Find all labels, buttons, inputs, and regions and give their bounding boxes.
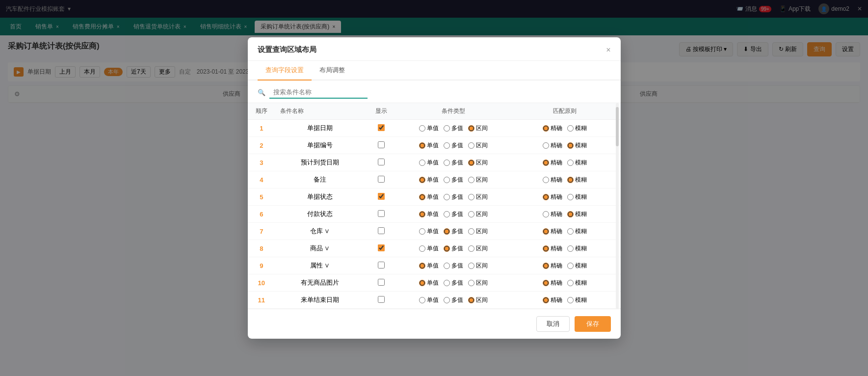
type-option-单值[interactable]: 单值: [419, 296, 439, 304]
type-option-区间[interactable]: 区间: [468, 262, 488, 270]
row-type[interactable]: 单值多值区间: [398, 223, 509, 240]
type-option-单值[interactable]: 单值: [419, 262, 439, 270]
row-type[interactable]: 单值多值区间: [398, 120, 509, 137]
match-option-模糊[interactable]: 模糊: [567, 227, 587, 236]
match-option-精确[interactable]: 精确: [543, 141, 562, 150]
show-checkbox[interactable]: [378, 141, 385, 148]
row-show[interactable]: [365, 274, 398, 292]
row-match[interactable]: 精确模糊: [509, 154, 621, 171]
match-option-模糊[interactable]: 模糊: [567, 244, 587, 253]
type-option-区间[interactable]: 区间: [468, 227, 488, 236]
row-type[interactable]: 单值多值区间: [398, 274, 509, 292]
type-option-多值[interactable]: 多值: [444, 244, 463, 253]
row-show[interactable]: [365, 188, 398, 206]
type-option-多值[interactable]: 多值: [444, 262, 463, 270]
show-checkbox[interactable]: [378, 279, 385, 286]
type-option-多值[interactable]: 多值: [444, 210, 463, 218]
type-option-单值[interactable]: 单值: [419, 124, 439, 133]
type-option-多值[interactable]: 多值: [444, 279, 463, 287]
show-checkbox[interactable]: [378, 193, 385, 200]
row-match[interactable]: 精确模糊: [509, 171, 621, 188]
row-show[interactable]: [365, 292, 398, 309]
row-match[interactable]: 精确模糊: [509, 257, 621, 274]
type-option-区间[interactable]: 区间: [468, 141, 488, 150]
row-match[interactable]: 精确模糊: [509, 188, 621, 206]
type-option-多值[interactable]: 多值: [444, 176, 463, 184]
type-option-单值[interactable]: 单值: [419, 159, 439, 167]
row-type[interactable]: 单值多值区间: [398, 257, 509, 274]
type-option-单值[interactable]: 单值: [419, 227, 439, 236]
type-option-区间[interactable]: 区间: [468, 124, 488, 133]
match-option-精确[interactable]: 精确: [543, 244, 562, 253]
scrollbar-thumb[interactable]: [616, 107, 619, 146]
show-checkbox[interactable]: [378, 210, 385, 217]
match-option-模糊[interactable]: 模糊: [567, 124, 587, 133]
match-option-精确[interactable]: 精确: [543, 176, 562, 184]
row-type[interactable]: 单值多值区间: [398, 292, 509, 309]
row-show[interactable]: [365, 171, 398, 188]
match-option-模糊[interactable]: 模糊: [567, 296, 587, 304]
row-show[interactable]: [365, 240, 398, 257]
row-show[interactable]: [365, 223, 398, 240]
cancel-button[interactable]: 取消: [536, 316, 570, 332]
row-show[interactable]: [365, 257, 398, 274]
type-option-区间[interactable]: 区间: [468, 296, 488, 304]
row-show[interactable]: [365, 137, 398, 154]
match-option-模糊[interactable]: 模糊: [567, 193, 587, 201]
row-show[interactable]: [365, 206, 398, 223]
show-checkbox[interactable]: [378, 176, 385, 183]
row-match[interactable]: 精确模糊: [509, 137, 621, 154]
match-option-模糊[interactable]: 模糊: [567, 159, 587, 167]
match-option-模糊[interactable]: 模糊: [567, 176, 587, 184]
type-option-单值[interactable]: 单值: [419, 279, 439, 287]
show-checkbox[interactable]: [378, 227, 385, 234]
search-input[interactable]: [269, 86, 368, 99]
type-option-区间[interactable]: 区间: [468, 176, 488, 184]
type-option-区间[interactable]: 区间: [468, 193, 488, 201]
row-match[interactable]: 精确模糊: [509, 206, 621, 223]
row-match[interactable]: 精确模糊: [509, 274, 621, 292]
type-option-多值[interactable]: 多值: [444, 227, 463, 236]
match-option-精确[interactable]: 精确: [543, 210, 562, 218]
scrollbar-track[interactable]: [616, 103, 619, 309]
tab-query-fields[interactable]: 查询字段设置: [258, 61, 312, 81]
match-option-精确[interactable]: 精确: [543, 159, 562, 167]
match-option-精确[interactable]: 精确: [543, 227, 562, 236]
row-match[interactable]: 精确模糊: [509, 223, 621, 240]
type-option-单值[interactable]: 单值: [419, 210, 439, 218]
match-option-精确[interactable]: 精确: [543, 193, 562, 201]
row-show[interactable]: [365, 154, 398, 171]
save-button[interactable]: 保存: [575, 316, 611, 332]
row-type[interactable]: 单值多值区间: [398, 188, 509, 206]
type-option-区间[interactable]: 区间: [468, 244, 488, 253]
match-option-精确[interactable]: 精确: [543, 124, 562, 133]
type-option-区间[interactable]: 区间: [468, 159, 488, 167]
match-option-精确[interactable]: 精确: [543, 296, 562, 304]
match-option-精确[interactable]: 精确: [543, 262, 562, 270]
type-option-多值[interactable]: 多值: [444, 124, 463, 133]
row-type[interactable]: 单值多值区间: [398, 137, 509, 154]
row-type[interactable]: 单值多值区间: [398, 171, 509, 188]
show-checkbox[interactable]: [378, 262, 385, 269]
match-option-模糊[interactable]: 模糊: [567, 262, 587, 270]
tab-layout[interactable]: 布局调整: [312, 61, 353, 81]
row-match[interactable]: 精确模糊: [509, 292, 621, 309]
match-option-模糊[interactable]: 模糊: [567, 141, 587, 150]
type-option-多值[interactable]: 多值: [444, 141, 463, 150]
type-option-多值[interactable]: 多值: [444, 193, 463, 201]
type-option-单值[interactable]: 单值: [419, 244, 439, 253]
dialog-close-button[interactable]: ×: [606, 46, 610, 54]
type-option-区间[interactable]: 区间: [468, 210, 488, 218]
match-option-精确[interactable]: 精确: [543, 279, 562, 287]
show-checkbox[interactable]: [378, 296, 385, 303]
row-match[interactable]: 精确模糊: [509, 120, 621, 137]
type-option-单值[interactable]: 单值: [419, 176, 439, 184]
type-option-多值[interactable]: 多值: [444, 296, 463, 304]
type-option-单值[interactable]: 单值: [419, 141, 439, 150]
row-show[interactable]: [365, 120, 398, 137]
show-checkbox[interactable]: [378, 124, 385, 131]
match-option-模糊[interactable]: 模糊: [567, 279, 587, 287]
show-checkbox[interactable]: [378, 244, 385, 251]
show-checkbox[interactable]: [378, 159, 385, 165]
type-option-多值[interactable]: 多值: [444, 159, 463, 167]
